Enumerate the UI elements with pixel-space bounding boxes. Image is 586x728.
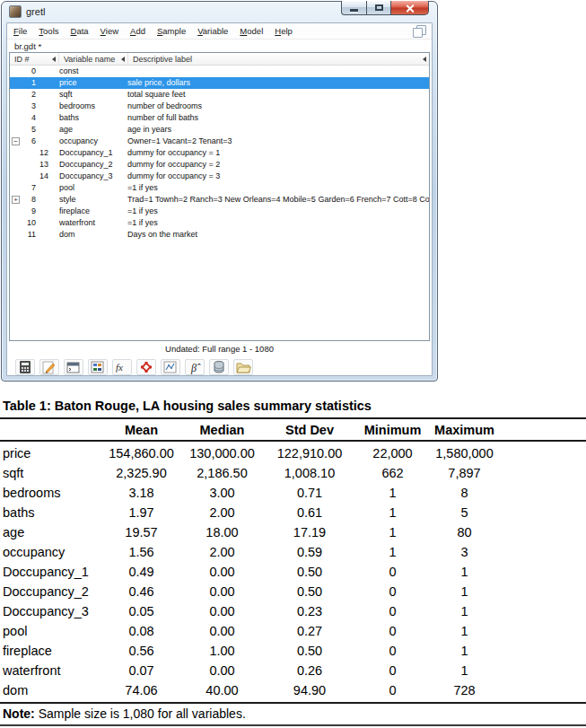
table-header-row: MeanMedianStd DevMinimumMaximum [0,419,586,442]
row-label: bedrooms [0,486,99,500]
row-label: sqft [0,466,99,480]
cell-value: 19.57 [99,525,184,539]
function-fx-icon[interactable]: fx [112,359,132,375]
variable-row-Doccupancy_2[interactable]: 13Doccupancy_2dummy for occupancy = 2 [10,159,429,171]
database-icon[interactable] [209,359,229,375]
menu-help[interactable]: Help [275,26,293,36]
cell-value: 0.05 [99,604,184,618]
cell-value: 0.50 [260,565,359,579]
variable-id-zone: 6 [10,136,59,147]
calculator-icon[interactable] [15,359,35,375]
cell-value: 7,897 [426,466,503,480]
menu-view[interactable]: View [101,26,118,36]
variable-row-bedrooms[interactable]: 3bedroomsnumber of bedrooms [10,101,429,112]
variable-row-Doccupancy_3[interactable]: 14Doccupancy_3dummy for occupancy = 3 [10,171,429,182]
menu-data[interactable]: Data [71,26,89,36]
table-column-header: Maximum [426,423,503,437]
variable-row-style[interactable]: 8styleTrad=1 Townh=2 Ranch=3 New Orleans… [10,194,429,206]
session-view-icon[interactable] [136,359,156,375]
scatter-plot-icon[interactable] [161,359,180,375]
maximize-button[interactable] [366,1,390,15]
folder-open-icon[interactable] [233,359,253,375]
variable-label: =1 if yes [127,206,429,217]
cell-value: 8 [426,486,503,500]
menu-file[interactable]: File [13,26,27,36]
variable-row-Doccupancy_1[interactable]: 12Doccupancy_1dummy for occupancy = 1 [10,147,429,159]
variable-id: 6 [9,136,36,147]
column-header-descriptive-label[interactable]: Descriptive label [128,53,429,65]
cell-value: 122,910.00 [260,446,359,460]
cell-value: 0.71 [260,486,359,500]
cell-value: 0.50 [260,584,359,599]
variable-row-baths[interactable]: 4bathsnumber of full baths [10,112,429,124]
variable-list-header: ID # Variable name Descriptive label [10,53,429,66]
gretl-app-icon [9,5,22,18]
variable-name: age [59,124,127,136]
menu-variable[interactable]: Variable [197,26,228,36]
variable-id: 3 [9,101,36,112]
variable-list: ID # Variable name Descriptive label 0co… [9,52,430,341]
row-label: Doccupancy_2 [0,584,99,599]
window-title: gretl [26,6,45,17]
row-label: dom [0,683,99,697]
row-label: waterfront [0,663,99,678]
toolbar: fxβ̂ [7,355,432,375]
table-column-header: Std Dev [260,423,359,437]
new-window-icon[interactable] [413,25,425,37]
cell-value: 0 [359,604,426,618]
variable-row-const[interactable]: 0const [10,66,429,77]
cell-value: 18.00 [184,525,260,539]
cell-value: 1 [426,663,503,678]
variable-id: 11 [9,229,36,241]
cell-value: 0.23 [260,604,359,618]
variable-id-zone: 0 [10,66,59,77]
beta-hat-icon[interactable]: β̂ [185,359,205,375]
variable-row-dom[interactable]: 11domDays on the market [10,229,429,241]
sort-arrow-icon[interactable] [52,57,56,62]
cell-value: 1 [426,604,503,618]
row-label: fireplace [0,644,99,658]
cell-value: 1,580,000 [426,446,503,460]
close-button[interactable] [390,1,429,15]
cell-value: 0 [359,624,426,638]
variable-name: waterfront [59,217,127,229]
cell-value: 0.08 [99,624,184,638]
variable-row-pool[interactable]: 7pool=1 if yes [10,182,429,194]
dataset-label: br.gdt * [7,39,432,52]
variable-row-waterfront[interactable]: 10waterfront=1 if yes [10,217,429,229]
variable-list-body: 0const1pricesale price, dollars2sqfttota… [10,66,429,241]
column-header-id[interactable]: ID # [10,53,59,65]
sort-arrow-icon[interactable] [423,57,426,62]
variable-row-price[interactable]: 1pricesale price, dollars [10,77,429,89]
menu-model[interactable]: Model [240,26,263,36]
console-icon[interactable] [64,359,83,375]
variable-id: 4 [9,112,36,124]
script-edit-icon[interactable] [39,359,59,375]
variable-row-occupancy[interactable]: 6occupancyOwner=1 Vacant=2 Tenant=3 [10,136,429,147]
variable-id-zone: 2 [10,89,59,101]
sort-arrow-icon[interactable] [121,57,125,62]
variable-row-fireplace[interactable]: 9fireplace=1 if yes [10,206,429,217]
variable-row-age[interactable]: 5ageage in years [10,124,429,136]
menu-sample[interactable]: Sample [157,26,186,36]
variable-id-zone: 3 [10,101,59,112]
variable-label: dummy for occupancy = 3 [127,171,429,182]
dataset-grid-icon[interactable] [88,359,108,375]
menu-tools[interactable]: Tools [39,26,58,36]
variable-row-sqft[interactable]: 2sqfttotal square feet [10,89,429,101]
variable-label [127,66,429,77]
cell-value: 17.19 [260,525,359,539]
note-text: Sample size is 1,080 for all variables. [35,706,246,721]
column-header-variable-name[interactable]: Variable name [59,53,128,65]
variable-label: dummy for occupancy = 1 [127,147,429,159]
minimize-button[interactable] [341,1,366,15]
cell-value: 1 [359,505,426,520]
cell-value: 5 [426,505,503,520]
menu-add[interactable]: Add [130,26,145,36]
title-bar[interactable]: gretl [2,2,437,22]
cell-value: 728 [426,683,503,697]
variable-id-zone: 10 [10,217,59,229]
cell-value: 0.56 [99,644,184,658]
variable-label: dummy for occupancy = 2 [127,159,429,171]
cell-value: 94.90 [260,683,359,697]
